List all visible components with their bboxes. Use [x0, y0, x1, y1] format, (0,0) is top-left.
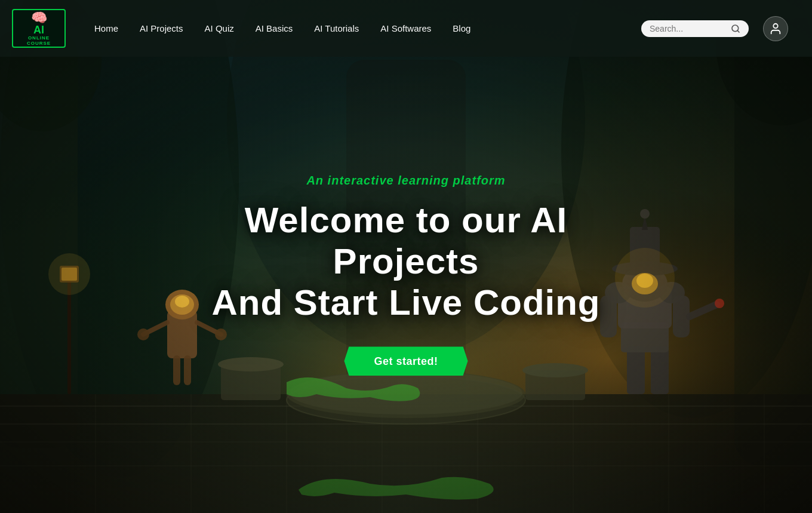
- search-icon: [731, 24, 740, 33]
- hero-content: An interactive learning platform Welcome…: [203, 173, 609, 376]
- nav-links: Home AI Projects AI Quiz AI Basics AI Tu…: [84, 19, 635, 38]
- nav-item-blog[interactable]: Blog: [442, 19, 481, 38]
- svg-point-23: [287, 376, 525, 424]
- svg-rect-32: [61, 268, 77, 281]
- hero-subtitle: An interactive learning platform: [203, 173, 609, 187]
- svg-point-49: [659, 282, 685, 303]
- search-button[interactable]: [731, 24, 740, 33]
- svg-line-38: [143, 322, 167, 334]
- get-started-button[interactable]: Get started!: [344, 346, 467, 376]
- svg-line-60: [690, 305, 716, 317]
- navbar: 🧠 AI ONLINE COURSE Home AI Projects AI Q…: [0, 0, 812, 57]
- svg-point-37: [175, 296, 189, 308]
- search-input[interactable]: [650, 24, 726, 33]
- svg-point-56: [640, 209, 650, 219]
- svg-rect-3: [0, 30, 78, 448]
- hero-title: Welcome to our AI Projects And Start Liv…: [203, 199, 609, 322]
- svg-rect-46: [621, 322, 669, 352]
- hero-title-line1: Welcome to our AI Projects: [245, 199, 567, 281]
- nav-item-home[interactable]: Home: [84, 19, 129, 38]
- logo-box: 🧠 AI ONLINE COURSE: [12, 9, 66, 48]
- svg-point-65: [773, 23, 777, 27]
- svg-rect-31: [60, 266, 79, 282]
- svg-rect-5: [734, 18, 812, 466]
- svg-point-33: [48, 253, 90, 295]
- svg-point-35: [165, 290, 199, 320]
- svg-point-61: [715, 299, 724, 308]
- nav-item-ai-basics[interactable]: AI Basics: [245, 19, 304, 38]
- nav-item-ai-projects[interactable]: AI Projects: [129, 19, 194, 38]
- svg-point-52: [622, 266, 668, 302]
- svg-rect-44: [627, 346, 645, 394]
- svg-point-58: [636, 274, 653, 288]
- svg-rect-43: [184, 355, 191, 385]
- logo-course-text: COURSE: [27, 41, 51, 46]
- nav-item-ai-softwares[interactable]: AI Softwares: [370, 19, 442, 38]
- svg-rect-47: [618, 287, 672, 328]
- logo-ai-text: AI: [33, 24, 44, 35]
- svg-rect-10: [0, 394, 812, 513]
- hero-title-line2: And Start Live Coding: [212, 282, 601, 322]
- svg-rect-54: [630, 227, 660, 272]
- svg-point-36: [170, 294, 194, 315]
- svg-rect-51: [673, 296, 690, 337]
- svg-point-25: [290, 371, 522, 414]
- logo[interactable]: 🧠 AI ONLINE COURSE: [12, 9, 66, 48]
- svg-point-59: [615, 248, 675, 308]
- svg-marker-55: [642, 215, 648, 230]
- svg-rect-30: [67, 275, 71, 394]
- svg-point-40: [137, 328, 149, 340]
- nav-item-ai-quiz[interactable]: AI Quiz: [194, 19, 245, 38]
- svg-rect-42: [173, 355, 180, 385]
- user-icon: [769, 22, 782, 35]
- logo-brain-icon: 🧠: [31, 11, 47, 24]
- svg-point-57: [632, 273, 658, 294]
- user-account-button[interactable]: [763, 16, 788, 41]
- logo-online-text: ONLINE: [28, 35, 50, 41]
- svg-point-53: [612, 262, 678, 276]
- search-container: [641, 20, 749, 37]
- nav-item-ai-tutorials[interactable]: AI Tutorials: [303, 19, 370, 38]
- svg-rect-34: [167, 311, 197, 358]
- svg-point-24: [287, 370, 525, 418]
- svg-rect-45: [651, 346, 669, 394]
- svg-line-64: [737, 30, 739, 32]
